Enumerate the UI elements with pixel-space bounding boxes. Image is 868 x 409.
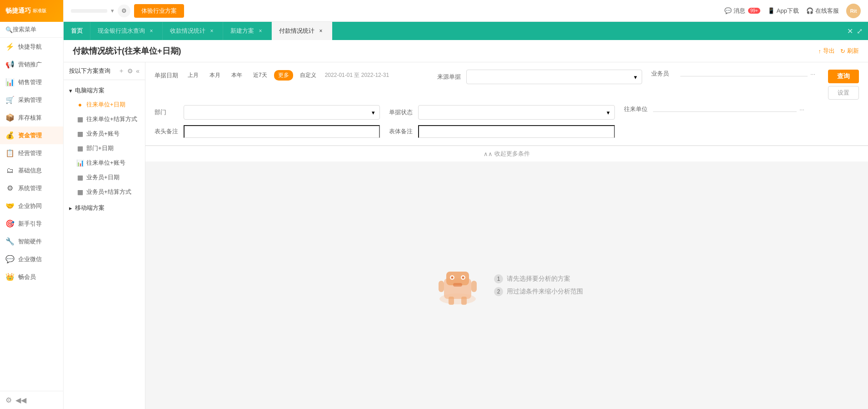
collapse-sidebar-icon[interactable]: ◀◀ — [15, 396, 26, 404]
address-dropdown-icon[interactable]: ▾ — [111, 7, 114, 14]
sidebar-item-operation[interactable]: 📋 经营管理 — [0, 144, 63, 162]
date-btn-custom[interactable]: 自定义 — [296, 70, 320, 81]
tab-receipt-stats[interactable]: 收款情况统计 × — [163, 22, 223, 40]
partner-value: ··· — [653, 106, 804, 113]
date-btn-this-month[interactable]: 本月 — [205, 70, 224, 81]
query-btn[interactable]: 查询 — [828, 70, 859, 83]
scheme-item-unit-account[interactable]: 📊 往来单位+账号 — [64, 156, 145, 170]
online-service-btn[interactable]: 🎧 在线客服 — [806, 7, 839, 15]
tab-new-scheme-close[interactable]: × — [257, 27, 264, 35]
body-note-input[interactable] — [418, 125, 614, 138]
collapse-conditions-btn[interactable]: ∧∧ 收起更多条件 — [484, 150, 530, 158]
scheme-item-unit-settlement[interactable]: ▦ 往来单位+结算方式 — [64, 112, 145, 126]
sidebar-item-cooperation[interactable]: 🤝 企业协同 — [0, 197, 63, 215]
tab-bank-flow-close[interactable]: × — [148, 27, 155, 35]
date-btn-last-month[interactable]: 上月 — [184, 70, 203, 81]
doc-status-select[interactable]: ▾ — [418, 105, 614, 120]
sidebar-item-hardware[interactable]: 🔧 智能硬件 — [0, 232, 63, 250]
partner-field: 往来单位 ··· — [624, 105, 804, 113]
partner-input-display[interactable] — [653, 107, 797, 112]
sidebar-item-guide[interactable]: 🎯 新手引导 — [0, 215, 63, 232]
date-btn-this-year[interactable]: 本年 — [227, 70, 246, 81]
dept-select[interactable]: ▾ — [184, 105, 380, 120]
sidebar-item-label: 畅会员 — [18, 273, 36, 281]
salesperson-input-display[interactable] — [680, 71, 808, 76]
topbar-settings-btn[interactable]: ⚙ — [118, 5, 130, 17]
address-bar — [71, 9, 107, 13]
scheme-item-staff-date[interactable]: ▦ 业务员+日期 — [64, 170, 145, 185]
scheme-add-btn[interactable]: ＋ — [118, 67, 125, 75]
header-note-input[interactable] — [184, 125, 380, 138]
filter-panel: 单据日期 上月 本月 本年 近7天 更多 自定义 2022-01-01 至 20… — [145, 62, 868, 146]
system-icon: ⚙ — [5, 184, 15, 192]
sidebar-item-sales[interactable]: 📊 销售管理 — [0, 73, 63, 91]
app-name: 畅捷通巧 — [5, 7, 31, 15]
salesperson-label: 业务员 — [651, 70, 677, 78]
topbar-left: ▾ ⚙ 体验行业方案 — [71, 4, 184, 18]
tab-new-scheme[interactable]: 新建方案 × — [223, 22, 272, 40]
collapse-bar: ∧∧ 收起更多条件 — [145, 146, 868, 162]
sidebar-item-inventory[interactable]: 📦 库存核算 — [0, 109, 63, 126]
date-btn-last-7[interactable]: 近7天 — [249, 70, 271, 81]
sidebar-item-system[interactable]: ⚙ 系统管理 — [0, 179, 63, 197]
tab-bank-flow[interactable]: 现金银行流水查询 × — [90, 22, 163, 40]
hint-text-1: 请先选择要分析的方案 — [507, 275, 570, 283]
inventory-icon: 📦 — [5, 113, 15, 122]
trial-btn[interactable]: 体验行业方案 — [134, 4, 184, 18]
close-all-tabs-icon[interactable]: ✕ — [847, 27, 853, 35]
tab-payment-stats-close[interactable]: × — [317, 27, 324, 35]
scheme-grid-icon: ▦ — [76, 116, 84, 123]
partner-label: 往来单位 — [624, 105, 649, 113]
chevron-up-icon: ∧∧ — [484, 151, 493, 157]
app-download-btn[interactable]: 📱 App下载 — [768, 7, 799, 15]
refresh-btn[interactable]: ↻ 刷新 — [840, 47, 859, 55]
expand-icon[interactable]: ⤢ — [857, 27, 863, 35]
scheme-settings-icon[interactable]: ⚙ — [127, 67, 133, 75]
topbar: ▾ ⚙ 体验行业方案 💬 消息 99+ 📱 App下载 🎧 在线客服 Rit — [64, 0, 868, 22]
tab-home-label: 首页 — [71, 27, 83, 35]
settings-bottom-icon[interactable]: ⚙ — [5, 396, 12, 404]
export-icon: ↑ — [818, 48, 822, 55]
user-avatar[interactable]: Rit — [846, 4, 861, 18]
scheme-item-staff-settlement[interactable]: ▦ 业务员+结算方式 — [64, 185, 145, 199]
scheme-item-label: 往来单位+账号 — [86, 159, 125, 167]
sidebar-item-quick-nav[interactable]: ⚡ 快捷导航 — [0, 38, 63, 56]
sidebar-item-label: 销售管理 — [18, 78, 42, 86]
export-btn[interactable]: ↑ 导出 — [818, 47, 835, 55]
date-btn-more[interactable]: 更多 — [274, 70, 293, 81]
sidebar-item-basic-info[interactable]: 🗂 基础信息 — [0, 162, 63, 179]
chevron-right-icon: ▸ — [69, 205, 72, 212]
scheme-item-label: 部门+日期 — [86, 144, 114, 152]
mobile-group-header[interactable]: ▸ 移动端方案 — [64, 201, 145, 215]
scheme-collapse-btn[interactable]: « — [136, 67, 140, 75]
sidebar-item-purchase[interactable]: 🛒 采购管理 — [0, 91, 63, 109]
hint-num-2: 2 — [494, 287, 503, 296]
result-area: 1 请先选择要分析的方案 2 用过滤条件来缩小分析范围 — [145, 162, 868, 409]
salesperson-value: ··· — [680, 71, 815, 77]
notification-btn[interactable]: 💬 消息 99+ — [724, 7, 760, 15]
scheme-item-dept-date[interactable]: ▦ 部门+日期 — [64, 141, 145, 156]
filter-settings-btn[interactable]: 设置 — [828, 86, 859, 100]
search-icon: 🔍 — [5, 26, 13, 33]
scheme-panel-title: 按以下方案查询 — [69, 67, 118, 75]
search-menu[interactable]: 🔍 搜索菜单 — [0, 22, 63, 38]
dept-label: 部门 — [155, 108, 180, 116]
notification-label: 消息 — [733, 7, 745, 15]
salesperson-more-icon[interactable]: ··· — [810, 71, 815, 77]
tab-receipt-stats-close[interactable]: × — [208, 27, 215, 35]
source-doc-select[interactable]: ▾ — [466, 70, 642, 84]
dept-field: 部门 ▾ — [155, 105, 380, 120]
scheme-item-unit-date[interactable]: ● 往来单位+日期 — [64, 97, 145, 112]
quick-nav-icon: ⚡ — [5, 42, 15, 51]
sidebar-item-finance[interactable]: 💰 资金管理 — [0, 126, 63, 144]
sidebar-item-wechat[interactable]: 💬 企业微信 — [0, 250, 63, 268]
partner-more-icon[interactable]: ··· — [799, 106, 804, 113]
sidebar-item-label: 资金管理 — [18, 131, 42, 140]
tab-home[interactable]: 首页 — [64, 22, 90, 40]
scheme-item-staff-account[interactable]: ▦ 业务员+账号 — [64, 126, 145, 141]
tab-payment-stats[interactable]: 付款情况统计 × — [272, 22, 332, 40]
sidebar-item-vip[interactable]: 👑 畅会员 — [0, 268, 63, 286]
desktop-group-header[interactable]: ▾ 电脑端方案 — [64, 84, 145, 97]
tab-payment-stats-label: 付款情况统计 — [279, 27, 314, 35]
sidebar-item-marketing[interactable]: 📢 营销推广 — [0, 56, 63, 73]
